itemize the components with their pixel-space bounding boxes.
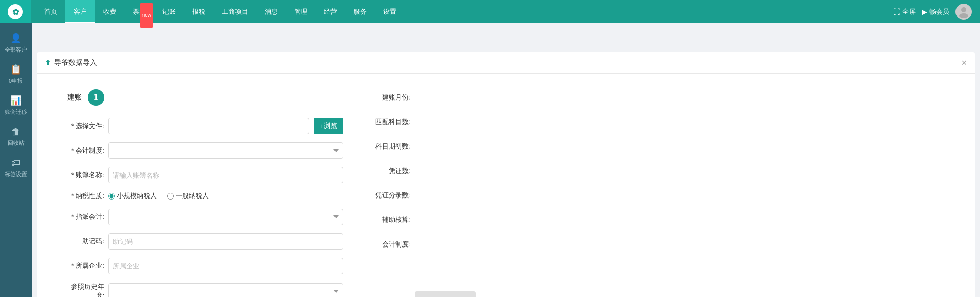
nav-settings[interactable]: 设置 <box>375 0 404 23</box>
history-year-label: 参照历史年度: <box>67 282 108 297</box>
fullscreen-icon: ⛶ <box>893 8 900 16</box>
info-accounting-system-row: 会计制度: <box>364 236 944 253</box>
general-taxpayer-option[interactable]: 一般纳税人 <box>167 191 209 201</box>
info-section: 建账月份: 匹配科目数: 科目期初数: 凭证数: 凭证分录数: <box>343 89 944 297</box>
general-taxpayer-radio[interactable] <box>167 193 174 200</box>
svg-point-0 <box>961 7 966 12</box>
tax-type-radio-group: 小规模纳税人 一般纳税人 <box>108 191 343 201</box>
nav-business[interactable]: 工商项目 <box>213 0 256 23</box>
account-month-label: 建账月份: <box>364 93 415 102</box>
history-year-select[interactable] <box>108 283 343 297</box>
file-input-row: +浏览 <box>108 118 343 134</box>
svg-point-1 <box>959 13 968 18</box>
close-button[interactable]: × <box>961 58 967 67</box>
main-content: ⬆ 导爷数据导入 × 建账 1 * 选择文件: +浏览 <box>32 47 980 297</box>
nav-home[interactable]: 首页 <box>36 0 65 23</box>
step-header: 建账 1 <box>67 89 343 106</box>
nav-message[interactable]: 消息 <box>256 0 286 23</box>
sidebar-item-labels[interactable]: 🏷 标签设置 <box>0 152 32 183</box>
voucher-entries-label: 凭证分录数: <box>364 191 415 200</box>
memo-code-row: 助记码: <box>67 233 343 250</box>
zero-declare-icon: 📋 <box>10 64 21 75</box>
ledger-name-row: * 账簿名称: <box>67 167 343 183</box>
step-label: 建账 <box>67 93 82 102</box>
sidebar: 👤 全部客户 📋 0申报 📊 账套迁移 🗑 回收站 🏷 标签设置 <box>0 23 32 297</box>
file-select-row: * 选择文件: +浏览 <box>67 118 343 134</box>
dialog-header: ⬆ 导爷数据导入 × <box>37 52 975 74</box>
sidebar-item-recycle[interactable]: 🗑 回收站 <box>0 121 32 152</box>
nav-items: 首页 客户 收费 票据 new 记账 报税 工商项目 消息 管理 经营 服务 设… <box>31 0 893 23</box>
assign-accountant-row: * 指派会计: <box>67 209 343 225</box>
memo-code-label: 助记码: <box>67 237 108 246</box>
play-icon: ▶ <box>922 8 927 16</box>
all-customers-icon: 👤 <box>10 33 21 44</box>
nav-operation[interactable]: 经营 <box>316 0 345 23</box>
ledger-name-label: * 账簿名称: <box>67 170 108 180</box>
accounting-system-row: * 会计制度: <box>67 142 343 159</box>
assign-accountant-select[interactable] <box>108 209 343 225</box>
nav-tickets[interactable]: 票据 new <box>125 0 154 23</box>
sidebar-item-all-customers[interactable]: 👤 全部客户 <box>0 28 32 59</box>
nav-manage[interactable]: 管理 <box>286 0 316 23</box>
info-accounting-system-label: 会计制度: <box>364 240 415 249</box>
file-path-input[interactable] <box>108 118 309 134</box>
migrate-icon: 📊 <box>10 95 21 106</box>
voucher-label: 凭证数: <box>364 166 415 176</box>
company-row: * 所属企业: <box>67 258 343 274</box>
logo-area[interactable]: ✿ <box>0 0 31 23</box>
upload-icon: ⬆ <box>45 59 51 67</box>
labels-icon: 🏷 <box>10 157 21 168</box>
dialog-body: 建账 1 * 选择文件: +浏览 * 会计制度: <box>37 74 975 297</box>
match-subjects-row: 匹配科目数: <box>364 114 944 130</box>
nav-customers[interactable]: 客户 <box>65 0 95 23</box>
company-input[interactable] <box>108 258 343 274</box>
file-label: * 选择文件: <box>67 121 108 131</box>
assign-accountant-label: * 指派会计: <box>67 212 108 221</box>
nav-service[interactable]: 服务 <box>345 0 375 23</box>
avatar[interactable] <box>955 4 972 20</box>
small-taxpayer-radio[interactable] <box>108 193 115 200</box>
account-month-row: 建账月份: <box>364 89 944 106</box>
top-nav: ✿ 首页 客户 收费 票据 new 记账 报税 工商项目 消息 管理 经营 服务… <box>0 0 980 23</box>
sidebar-item-zero-declare[interactable]: 📋 0申报 <box>0 59 32 90</box>
ledger-name-input[interactable] <box>108 167 343 183</box>
voucher-row: 凭证数: <box>364 163 944 179</box>
fullscreen-btn[interactable]: ⛶ 全屏 <box>893 7 916 16</box>
company-label: * 所属企业: <box>67 261 108 270</box>
match-subjects-label: 匹配科目数: <box>364 117 415 127</box>
period-initial-row: 科目期初数: <box>364 138 944 155</box>
tax-type-label: * 纳税性质: <box>67 191 108 201</box>
step-circle: 1 <box>88 89 104 106</box>
history-year-row: 参照历史年度: <box>67 282 343 297</box>
small-taxpayer-option[interactable]: 小规模纳税人 <box>108 191 157 201</box>
nav-right: ⛶ 全屏 ▶ 畅会员 <box>893 4 980 20</box>
form-section: 建账 1 * 选择文件: +浏览 * 会计制度: <box>67 89 343 297</box>
voucher-entries-row: 凭证分录数: <box>364 187 944 204</box>
create-account-button[interactable]: 建账 <box>415 291 476 297</box>
accounting-system-label: * 会计制度: <box>67 146 108 155</box>
member-btn[interactable]: ▶ 畅会员 <box>922 7 949 16</box>
nav-tax[interactable]: 报税 <box>184 0 213 23</box>
tax-type-row: * 纳税性质: 小规模纳税人 一般纳税人 <box>67 191 343 201</box>
accounting-system-select[interactable] <box>108 142 343 159</box>
recycle-icon: 🗑 <box>10 126 21 137</box>
period-initial-label: 科目期初数: <box>364 142 415 151</box>
app-logo: ✿ <box>8 4 23 19</box>
nav-billing[interactable]: 收费 <box>95 0 125 23</box>
aux-accounting-row: 辅助核算: <box>364 212 944 228</box>
import-dialog: ⬆ 导爷数据导入 × 建账 1 * 选择文件: +浏览 <box>37 52 975 297</box>
nav-accounting[interactable]: 记账 <box>154 0 184 23</box>
browse-button[interactable]: +浏览 <box>314 118 343 134</box>
memo-code-input[interactable] <box>108 233 343 250</box>
aux-accounting-label: 辅助核算: <box>364 215 415 225</box>
new-badge: new <box>140 3 153 28</box>
dialog-title: ⬆ 导爷数据导入 <box>45 58 97 67</box>
sidebar-item-migrate[interactable]: 📊 账套迁移 <box>0 90 32 121</box>
